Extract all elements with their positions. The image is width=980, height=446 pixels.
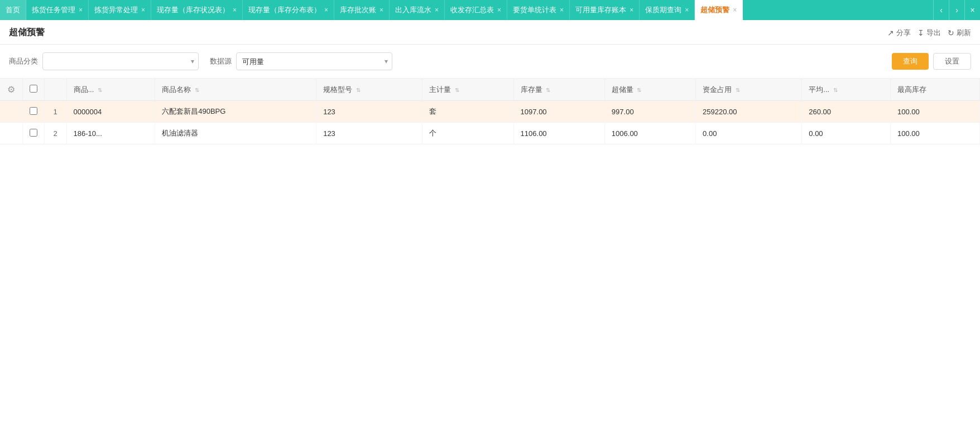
share-label: 分享 bbox=[896, 28, 911, 38]
nav-receive-summary-close[interactable]: × bbox=[497, 6, 501, 14]
select-all-checkbox[interactable] bbox=[30, 85, 37, 93]
export-label: 导出 bbox=[926, 28, 941, 38]
row-product-code: 0000004 bbox=[66, 101, 155, 123]
nav-task-mgmt[interactable]: 拣货任务管理 × bbox=[26, 0, 89, 20]
refresh-icon: ↻ bbox=[948, 28, 954, 37]
filter-bar: 商品分类 ▾ 数据源 可用量 库存量 ▾ 查询 设置 bbox=[0, 45, 980, 79]
col-product-name-header[interactable]: 商品名称 ⇅ bbox=[155, 79, 316, 101]
row-product-code: 186-10... bbox=[66, 123, 155, 144]
nav-abnormal-label: 拣货异常处理 bbox=[94, 5, 138, 15]
nav-in-out-flow[interactable]: 出入库流水 × bbox=[390, 0, 445, 20]
nav-task-mgmt-close[interactable]: × bbox=[79, 6, 83, 14]
table-header-row: ⚙ 商品... ⇅ 商品名称 ⇅ 规格型号 bbox=[0, 79, 980, 101]
nav-receive-summary-label: 收发存汇总表 bbox=[450, 5, 494, 15]
row-settings-cell bbox=[0, 101, 22, 123]
nav-stock-dist-label: 现存量（库存分布表） bbox=[248, 5, 321, 15]
nav-home-label: 首页 bbox=[6, 5, 20, 15]
row-spec: 123 bbox=[316, 123, 422, 144]
col-product-code-header[interactable]: 商品... ⇅ bbox=[66, 79, 155, 101]
col-overstock-sort-icon: ⇅ bbox=[637, 87, 641, 93]
nav-overstock-warning-label: 超储预警 bbox=[700, 5, 729, 15]
col-checkbox-header bbox=[22, 79, 44, 101]
col-spec-label: 规格型号 bbox=[323, 85, 352, 94]
nav-abnormal-close[interactable]: × bbox=[141, 6, 145, 14]
col-unit-label: 主计量 bbox=[429, 85, 451, 94]
col-capital-label: 资金占用 bbox=[703, 85, 732, 94]
col-spec-header[interactable]: 规格型号 ⇅ bbox=[316, 79, 422, 101]
nav-abnormal[interactable]: 拣货异常处理 × bbox=[89, 0, 151, 20]
nav-quality-check-label: 保质期查询 bbox=[645, 5, 681, 15]
col-avg-header[interactable]: 平均... ⇅ bbox=[802, 79, 891, 101]
nav-available-account[interactable]: 可用量库存账本 × bbox=[570, 0, 640, 20]
nav-stock-status-close[interactable]: × bbox=[233, 6, 237, 14]
row-unit: 个 bbox=[422, 123, 513, 144]
refresh-button[interactable]: ↻ 刷新 bbox=[948, 28, 971, 38]
share-button[interactable]: ↗ 分享 bbox=[887, 28, 911, 38]
settings-button[interactable]: 设置 bbox=[933, 53, 971, 70]
nav-arrows: ‹ › × bbox=[933, 0, 980, 20]
export-button[interactable]: ↧ 导出 bbox=[917, 28, 941, 38]
query-button[interactable]: 查询 bbox=[892, 53, 929, 70]
col-unit-sort-icon: ⇅ bbox=[455, 87, 459, 93]
category-filter-label: 商品分类 bbox=[9, 56, 38, 66]
row-overstock: 997.00 bbox=[604, 101, 695, 123]
col-unit-header[interactable]: 主计量 ⇅ bbox=[422, 79, 513, 101]
datasource-filter-group: 数据源 可用量 库存量 ▾ bbox=[210, 52, 392, 70]
header-actions: ↗ 分享 ↧ 导出 ↻ 刷新 bbox=[887, 28, 971, 38]
nav-batch-account[interactable]: 库存批次账 × bbox=[334, 0, 390, 20]
nav-stock-status[interactable]: 现存量（库存状况表） × bbox=[151, 0, 243, 20]
nav-available-account-label: 可用量库存账本 bbox=[575, 5, 626, 15]
table-body: 1 0000004 六配套新昌490BPG 123 套 1097.00 997.… bbox=[0, 101, 980, 144]
row-stock: 1106.00 bbox=[513, 123, 604, 144]
nav-batch-account-label: 库存批次账 bbox=[340, 5, 376, 15]
row-select-checkbox[interactable] bbox=[30, 107, 37, 115]
row-checkbox-cell bbox=[22, 101, 44, 123]
nav-prev-button[interactable]: ‹ bbox=[933, 0, 949, 20]
category-filter-group: 商品分类 ▾ bbox=[9, 52, 199, 70]
nav-in-out-flow-close[interactable]: × bbox=[435, 6, 439, 14]
row-product-name: 机油滤清器 bbox=[155, 123, 316, 144]
row-avg: 260.00 bbox=[802, 101, 891, 123]
col-overstock-header[interactable]: 超储量 ⇅ bbox=[604, 79, 695, 101]
nav-next-button[interactable]: › bbox=[949, 0, 964, 20]
nav-order-stats-label: 要货单统计表 bbox=[513, 5, 556, 15]
col-product-name-sort-icon: ⇅ bbox=[195, 87, 199, 93]
col-capital-header[interactable]: 资金占用 ⇅ bbox=[696, 79, 802, 101]
row-index: 1 bbox=[44, 101, 66, 123]
nav-available-account-close[interactable]: × bbox=[630, 6, 633, 14]
datasource-select[interactable]: 可用量 库存量 bbox=[236, 52, 392, 70]
row-select-checkbox[interactable] bbox=[30, 129, 37, 137]
nav-order-stats[interactable]: 要货单统计表 × bbox=[507, 0, 570, 20]
nav-batch-account-close[interactable]: × bbox=[379, 6, 383, 14]
nav-overstock-warning-close[interactable]: × bbox=[733, 6, 737, 14]
nav-home[interactable]: 首页 bbox=[0, 0, 26, 20]
col-max-stock-label: 最高库存 bbox=[897, 85, 926, 94]
nav-in-out-flow-label: 出入库流水 bbox=[395, 5, 431, 15]
row-max-stock: 100.00 bbox=[891, 101, 980, 123]
overstock-table: ⚙ 商品... ⇅ 商品名称 ⇅ 规格型号 bbox=[0, 79, 980, 144]
export-icon: ↧ bbox=[917, 28, 924, 37]
nav-stock-dist[interactable]: 现存量（库存分布表） × bbox=[243, 0, 334, 20]
nav-order-stats-close[interactable]: × bbox=[560, 6, 564, 14]
row-capital: 0.00 bbox=[696, 123, 802, 144]
table-container: ⚙ 商品... ⇅ 商品名称 ⇅ 规格型号 bbox=[0, 79, 980, 144]
row-max-stock: 100.00 bbox=[891, 123, 980, 144]
col-product-code-sort-icon: ⇅ bbox=[98, 87, 102, 93]
nav-close-button[interactable]: × bbox=[964, 0, 980, 20]
share-icon: ↗ bbox=[887, 28, 894, 37]
nav-quality-check[interactable]: 保质期查询 × bbox=[640, 0, 695, 20]
settings-gear-icon[interactable]: ⚙ bbox=[7, 85, 15, 94]
page-header: 超储预警 ↗ 分享 ↧ 导出 ↻ 刷新 bbox=[0, 20, 980, 45]
col-capital-sort-icon: ⇅ bbox=[736, 87, 740, 93]
nav-stock-dist-close[interactable]: × bbox=[324, 6, 328, 14]
nav-receive-summary[interactable]: 收发存汇总表 × bbox=[445, 0, 507, 20]
nav-quality-check-close[interactable]: × bbox=[685, 6, 689, 14]
category-select[interactable] bbox=[42, 52, 199, 70]
col-stock-header[interactable]: 库存量 ⇅ bbox=[513, 79, 604, 101]
col-product-name-label: 商品名称 bbox=[162, 85, 191, 94]
row-capital: 259220.00 bbox=[696, 101, 802, 123]
col-product-code-label: 商品... bbox=[74, 85, 94, 94]
col-index-header bbox=[44, 79, 66, 101]
nav-overstock-warning[interactable]: 超储预警 × bbox=[695, 0, 743, 20]
top-navigation: 首页 拣货任务管理 × 拣货异常处理 × 现存量（库存状况表） × 现存量（库存… bbox=[0, 0, 980, 20]
